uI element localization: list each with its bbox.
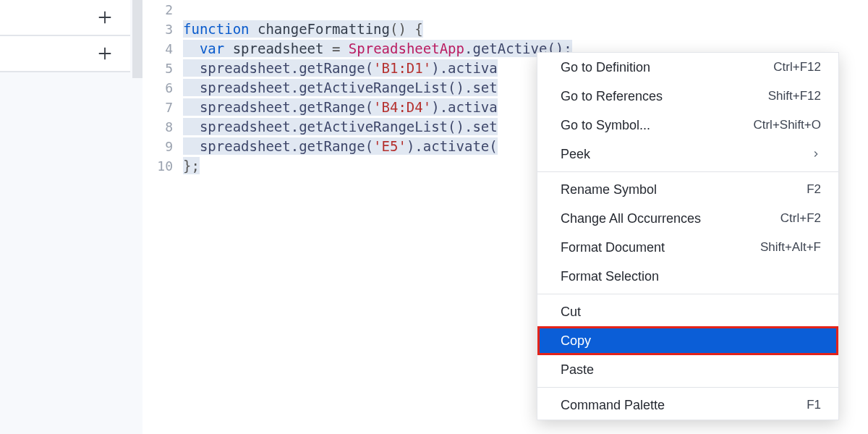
menu-label: Go to Symbol... [561, 118, 650, 133]
left-action-panel [0, 0, 130, 78]
menu-label: Format Document [561, 240, 665, 255]
line-number: 2 [142, 0, 183, 20]
menu-label: Cut [561, 305, 581, 320]
menu-paste[interactable]: Paste [537, 355, 838, 384]
menu-shortcut: F2 [807, 182, 821, 197]
line-number: 4 [142, 39, 183, 59]
menu-label: Go to References [561, 89, 663, 104]
menu-change-all-occurrences[interactable]: Change All Occurrences Ctrl+F2 [537, 204, 838, 233]
menu-shortcut: Ctrl+F12 [773, 60, 821, 75]
code-line: 3 function changeFormatting() { [142, 20, 868, 39]
menu-label: Format Selection [561, 269, 659, 284]
menu-command-palette[interactable]: Command Palette F1 [537, 391, 838, 420]
fold-gutter [132, 0, 142, 78]
menu-rename-symbol[interactable]: Rename Symbol F2 [537, 175, 838, 204]
menu-label: Paste [561, 362, 594, 378]
code-line: 2 [142, 0, 868, 20]
line-number: 6 [142, 78, 183, 98]
menu-label: Rename Symbol [561, 182, 657, 197]
menu-label: Command Palette [561, 398, 665, 413]
menu-label: Go to Definition [561, 60, 650, 75]
menu-label: Copy [561, 333, 591, 349]
menu-format-document[interactable]: Format Document Shift+Alt+F [537, 233, 838, 262]
menu-separator [537, 171, 838, 172]
chevron-right-icon [811, 149, 821, 159]
line-number: 5 [142, 59, 183, 78]
plus-icon [97, 46, 113, 61]
menu-go-to-definition[interactable]: Go to Definition Ctrl+F12 [537, 53, 838, 82]
menu-go-to-references[interactable]: Go to References Shift+F12 [537, 82, 838, 111]
editor-context-menu: Go to Definition Ctrl+F12 Go to Referenc… [537, 52, 839, 420]
menu-peek[interactable]: Peek [537, 140, 838, 169]
menu-shortcut: Ctrl+Shift+O [753, 118, 821, 132]
menu-label: Change All Occurrences [561, 211, 701, 226]
plus-icon [97, 9, 113, 25]
menu-label: Peek [561, 147, 590, 162]
line-number: 8 [142, 117, 183, 137]
menu-shortcut: Ctrl+F2 [780, 211, 821, 226]
menu-go-to-symbol[interactable]: Go to Symbol... Ctrl+Shift+O [537, 111, 838, 140]
menu-shortcut: Shift+Alt+F [760, 240, 821, 255]
menu-format-selection[interactable]: Format Selection [537, 262, 838, 291]
menu-separator [537, 387, 838, 388]
add-cell-button-1[interactable] [0, 0, 130, 36]
menu-separator [537, 294, 838, 294]
menu-shortcut: Shift+F12 [768, 89, 821, 103]
line-number: 3 [142, 20, 183, 39]
menu-cut[interactable]: Cut [537, 297, 838, 326]
line-number: 7 [142, 98, 183, 117]
menu-copy[interactable]: Copy [537, 326, 838, 355]
menu-shortcut: F1 [807, 398, 821, 412]
add-cell-button-2[interactable] [0, 36, 130, 72]
line-number: 10 [142, 156, 183, 176]
line-number: 9 [142, 137, 183, 156]
